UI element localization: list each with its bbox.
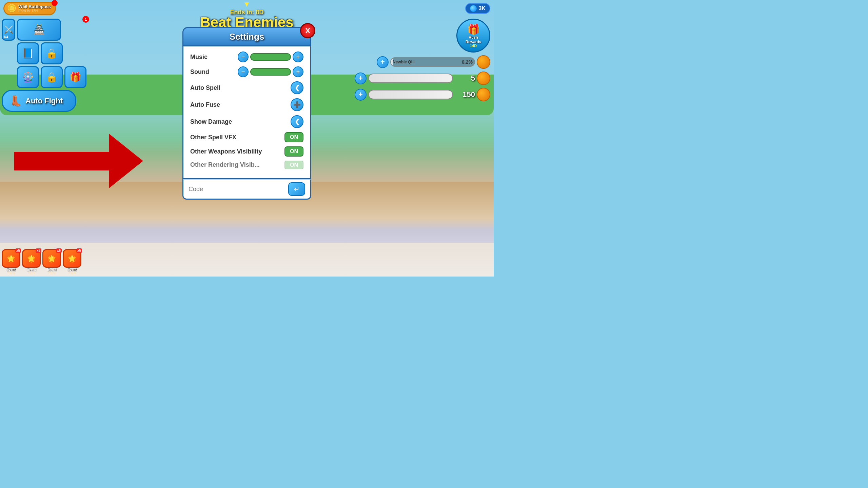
rush-timer: 14D xyxy=(470,44,477,48)
sidebar-lock2-button[interactable]: 🔒 xyxy=(41,66,63,88)
event-timer-3: 732m xyxy=(68,271,76,275)
settings-sound-row: Sound − + xyxy=(190,66,303,77)
xp-bar-newbie: + Newbie Qi I 0.2% xyxy=(377,55,490,69)
sidebar-row-1: ⚔️ 1/4 1 🏯 xyxy=(2,19,86,41)
auto-fight-button[interactable]: 👢 Auto Fight xyxy=(2,90,76,112)
event-item-1: 🌟 x5 Event 732m xyxy=(22,249,41,275)
settings-rendering-row-partial: Other Rendering Visib... ON xyxy=(190,161,303,169)
battlepass-badge xyxy=(52,0,58,6)
red-arrow-annotation xyxy=(14,134,143,188)
settings-music-row: Music − + xyxy=(190,52,303,62)
settings-modal: Settings X Music − + Sound − + Auto Spel… xyxy=(182,27,311,200)
xp-plus-button-2[interactable]: + xyxy=(355,73,367,84)
top-bar: 🪙 W56 Battlepass Ends in: 13H 3K xyxy=(0,0,494,17)
event-multiplier-3: x5 xyxy=(76,248,82,253)
xp-value-3: 150 xyxy=(455,90,475,99)
xp-bar-2-fill xyxy=(369,74,452,82)
xp-bar-2: + 5 xyxy=(355,72,490,85)
xp-bar-3-fill xyxy=(369,90,452,99)
bottom-events: 🌟 x5 Event 732m 🌟 x5 Event 732m 🌟 x5 Eve… xyxy=(2,249,81,275)
autospell-label: Auto Spell xyxy=(190,84,220,92)
battlepass-timer: Ends in: 13H xyxy=(18,9,51,13)
weapons-label: Other Weapons Visibility xyxy=(190,148,262,155)
auto-fight-label: Auto Fight xyxy=(25,97,63,105)
sound-slider[interactable] xyxy=(250,68,291,76)
settings-body: Music − + Sound − + Auto Spell ❮ Auto Fu… xyxy=(182,46,311,179)
settings-weapons-row: Other Weapons Visibility ON xyxy=(190,146,303,157)
sidebar-lock-button[interactable]: 🔒 xyxy=(41,42,63,64)
sound-label: Sound xyxy=(190,68,209,76)
xp-bar-2-wrapper xyxy=(368,74,453,83)
event-label-3: Event xyxy=(67,268,77,271)
right-ui: 🎁 RushRewards 14D + Newbie Qi I 0.2% + 5… xyxy=(355,19,490,101)
music-label: Music xyxy=(190,54,208,61)
sidebar-row-2: 📘 🔒 xyxy=(2,42,86,64)
settings-footer: ↵ xyxy=(182,179,311,200)
event-item-0: 🌟 x5 Event 732m xyxy=(2,249,20,275)
music-slider[interactable] xyxy=(250,53,291,61)
sidebar-spinner-button[interactable]: 🎡 xyxy=(17,66,39,88)
xp-bar-3: + 150 xyxy=(355,88,490,101)
gem-icon xyxy=(470,5,477,12)
weapons-toggle-button[interactable]: ON xyxy=(284,146,303,157)
settings-autospell-row: Auto Spell ❮ xyxy=(190,81,303,94)
autofuse-label: Auto Fuse xyxy=(190,101,220,108)
xp-value-2: 5 xyxy=(455,74,475,83)
arrow-body xyxy=(14,152,109,170)
rush-rewards-button[interactable]: 🎁 RushRewards 14D xyxy=(456,19,490,53)
sound-increase-button[interactable]: + xyxy=(293,66,303,77)
settings-showdamage-row: Show Damage ❮ xyxy=(190,115,303,128)
event-timer-2: 732m xyxy=(48,271,56,275)
temple-badge: 1 xyxy=(82,16,89,23)
xp-bar-name: Newbie Qi I xyxy=(393,60,415,64)
event-icon-emoji-2: 🌟 xyxy=(47,255,56,263)
sidebar-row-3: 🎡 🔒 🎁 xyxy=(2,66,86,88)
rush-label: RushRewards xyxy=(466,35,481,43)
code-submit-button[interactable]: ↵ xyxy=(288,182,305,196)
sidebar-book-button[interactable]: 📘 xyxy=(17,42,39,64)
code-input-field[interactable] xyxy=(189,186,285,193)
settings-close-button[interactable]: X xyxy=(300,23,315,38)
event-icon-2[interactable]: 🌟 x5 xyxy=(42,249,61,268)
spellvfx-toggle-button[interactable]: ON xyxy=(284,132,303,142)
orange-circle-2 xyxy=(477,72,490,85)
event-icon-3[interactable]: 🌟 x5 xyxy=(63,249,81,268)
settings-spellvfx-row: Other Spell VFX ON xyxy=(190,132,303,142)
autospell-nav-button[interactable]: ❮ xyxy=(291,81,303,94)
event-icon-emoji-3: 🌟 xyxy=(68,255,76,263)
currency-amount: 3K xyxy=(479,5,486,12)
xp-plus-button-3[interactable]: + xyxy=(355,89,367,101)
rendering-label: Other Rendering Visib... xyxy=(190,161,260,168)
sword-counter: 1/4 xyxy=(3,35,8,39)
event-label-1: Event xyxy=(27,268,36,271)
battlepass-icon: 🪙 xyxy=(7,4,16,13)
xp-plus-button-1[interactable]: + xyxy=(377,56,389,68)
event-item-2: 🌟 x5 Event 732m xyxy=(42,249,61,275)
event-multiplier-1: x5 xyxy=(36,248,41,253)
event-label-2: Event xyxy=(47,268,56,271)
currency-display: 3K xyxy=(465,3,490,14)
xp-bar-newbie-wrapper: Newbie Qi I 0.2% xyxy=(390,57,475,67)
orange-circle-1 xyxy=(477,55,490,69)
music-increase-button[interactable]: + xyxy=(293,52,303,62)
orange-circle-3 xyxy=(477,88,490,101)
autofuse-nav-button[interactable]: ➕ xyxy=(291,98,303,111)
settings-autofuse-row: Auto Fuse ➕ xyxy=(190,98,303,111)
showdamage-nav-button[interactable]: ❮ xyxy=(291,115,303,128)
sidebar-chest-button[interactable]: 🎁 xyxy=(64,66,86,88)
rendering-toggle-button[interactable]: ON xyxy=(284,161,303,169)
sound-decrease-button[interactable]: − xyxy=(238,66,249,77)
event-icon-emoji-0: 🌟 xyxy=(7,255,15,263)
battlepass-button[interactable]: 🪙 W56 Battlepass Ends in: 13H xyxy=(3,2,56,15)
event-icon-1[interactable]: 🌟 x5 xyxy=(22,249,41,268)
event-timer-1: 732m xyxy=(27,271,35,275)
sidebar-temple-button[interactable]: 1 🏯 xyxy=(17,19,61,41)
xp-bar-3-wrapper xyxy=(368,90,453,99)
music-decrease-button[interactable]: − xyxy=(238,52,249,62)
sidebar-sword-button[interactable]: ⚔️ 1/4 xyxy=(2,19,15,41)
event-multiplier-2: x5 xyxy=(56,248,62,253)
battlepass-label: W56 Battlepass xyxy=(18,4,51,9)
event-icon-0[interactable]: 🌟 x5 xyxy=(2,249,20,268)
settings-title: Settings xyxy=(230,32,264,42)
xp-bar-percent: 0.2% xyxy=(462,59,473,65)
